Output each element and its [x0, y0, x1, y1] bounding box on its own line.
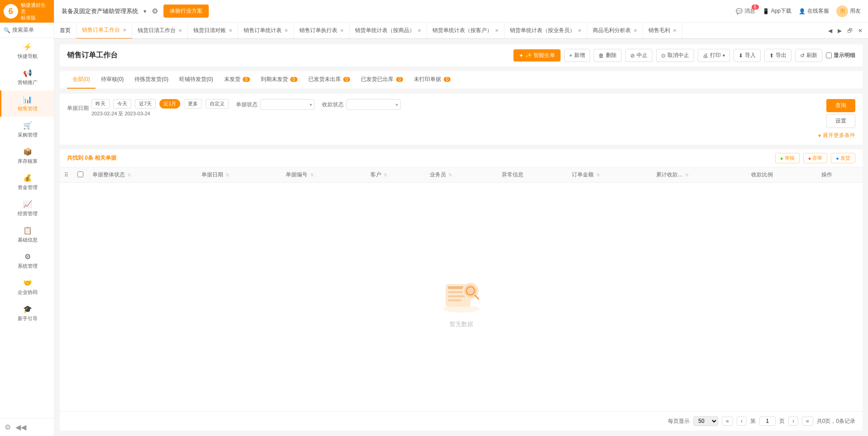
col-status[interactable]: 单据整体状态 ⇅ [88, 167, 197, 183]
online-service-item[interactable]: 👤 在线客服 [799, 7, 829, 15]
prev-page-btn[interactable]: ‹ [737, 417, 747, 426]
date-btn-custom[interactable]: 自定义 [206, 99, 229, 109]
collapse-icon[interactable]: ◀◀ [15, 423, 26, 431]
tab-product-margin[interactable]: 商品毛利分析表 ✕ [587, 23, 643, 39]
col-date[interactable]: 单据日期 ⇅ [197, 167, 281, 183]
table-scroll-area[interactable]: ⠿ 单据整体状态 ⇅ 单据日期 ⇅ [60, 167, 863, 183]
date-btn-yesterday[interactable]: 昨天 [91, 99, 110, 109]
print-btn[interactable]: 🖨 打印 ▾ [698, 49, 730, 62]
tab-restore-icon[interactable]: 🗗 [845, 28, 854, 34]
tab-close-icon[interactable]: ✕ [673, 28, 676, 33]
col-amount[interactable]: 订单金额 ⇅ [567, 167, 652, 183]
sidebar-item-sales[interactable]: 📊 销售管理 [0, 90, 54, 117]
subtab-pending-review[interactable]: 待审核(0) [96, 71, 129, 89]
import-btn[interactable]: ⬇ 导入 [734, 49, 761, 62]
page-input[interactable] [759, 417, 776, 426]
tab-nav-prev[interactable]: ◀ [826, 28, 834, 34]
tab-close-icon[interactable]: ✕ [178, 28, 182, 33]
tab-cash-clearing[interactable]: 钱货日清工作台 ✕ [132, 23, 188, 39]
tab-close-icon[interactable]: ✕ [495, 28, 499, 33]
tab-sales-stats-staff[interactable]: 销货单统计表（按业务员） ✕ [504, 23, 587, 39]
date-btn-more[interactable]: 更多 [184, 99, 202, 109]
tab-sales-order-workbench[interactable]: 销售订单工作台 ✕ [77, 23, 132, 39]
tab-close-icon[interactable]: ✕ [123, 28, 126, 33]
app-download-item[interactable]: 📱 App下载 [762, 7, 791, 15]
first-page-btn[interactable]: « [722, 417, 733, 426]
subtab-not-printed[interactable]: 未打印单据 0 [408, 71, 456, 89]
settings-icon[interactable]: ⚙ [152, 7, 158, 15]
sidebar-item-finance[interactable]: 💰 资金管理 [0, 169, 54, 195]
refresh-btn[interactable]: ↺ 刷新 [795, 49, 822, 62]
tab-sales-order-execution[interactable]: 销售订单执行表 ✕ [294, 23, 350, 39]
sidebar-item-enterprise[interactable]: 🤝 企业协同 [0, 274, 54, 300]
sidebar-item-system[interactable]: ⚙ 系统管理 [0, 248, 54, 274]
cancel-suspend-btn[interactable]: ⊙ 取消中止 [656, 49, 694, 62]
sidebar-item-operations[interactable]: 📈 经营管理 [0, 195, 54, 222]
subtab-shipped-out[interactable]: 已发货已出库 0 [355, 71, 408, 89]
suspend-label: 中止 [637, 52, 647, 59]
select-all-checkbox[interactable] [77, 171, 83, 177]
subtab-not-shipped[interactable]: 未发货 0 [219, 71, 255, 89]
date-btn-last7[interactable]: 近7天 [135, 99, 156, 109]
cancel-suspend-label: 取消中止 [667, 52, 689, 59]
settings-bottom-icon[interactable]: ⚙ [5, 423, 11, 431]
subtab-overdue-not-shipped[interactable]: 到期未发货 0 [255, 71, 303, 89]
export-btn[interactable]: ⬆ 导出 [764, 49, 791, 62]
filter-expand-btn[interactable]: ▾ 展开更多条件 [818, 132, 855, 139]
tab-close-icon[interactable]: ✕ [633, 28, 637, 33]
tab-home[interactable]: 首页 [54, 23, 77, 39]
tab-cash-reconcile[interactable]: 钱货日清对账 ✕ [188, 23, 238, 39]
tab-sales-stats-product[interactable]: 销货单统计表（按商品） ✕ [350, 23, 427, 39]
tab-sales-stats-customer[interactable]: 销货单统计表（按客户） ✕ [427, 23, 504, 39]
status-select[interactable] [260, 99, 315, 110]
tab-close-icon[interactable]: ✕ [578, 28, 581, 33]
subtab-wangpu-ship[interactable]: 旺铺待发货(0) [174, 71, 219, 89]
tab-close-all-icon[interactable]: ✕ [856, 28, 864, 34]
solution-btn[interactable]: 体验行业方案 [163, 5, 209, 18]
date-btn-last1month[interactable]: 近1月 [159, 99, 180, 109]
query-btn[interactable]: 查询 [826, 99, 855, 112]
col-number[interactable]: 单据编号 ⇅ [281, 167, 365, 183]
set-btn[interactable]: 设置 [826, 114, 855, 128]
sidebar-search[interactable]: 🔍 搜索菜单 [0, 23, 54, 38]
last-page-btn[interactable]: » [802, 417, 813, 426]
col-customer[interactable]: 客户 ⇅ [366, 167, 425, 183]
sidebar-item-guide[interactable]: 🎓 新手引导 [0, 300, 54, 327]
sidebar-logo: 6 畅捷通好生意 标准版 [0, 0, 54, 23]
sidebar-item-basic-info[interactable]: 📋 基础信息 [0, 222, 54, 248]
show-detail-checkbox[interactable] [826, 52, 832, 58]
payment-select[interactable] [346, 99, 401, 110]
col-staff[interactable]: 业务员 ⇅ [425, 167, 497, 183]
per-page-select[interactable]: 50 10 20 100 [693, 416, 718, 426]
review-btn[interactable]: ● 审核 [775, 153, 800, 163]
message-item[interactable]: 💬 消息 6 [736, 7, 755, 15]
tab-label: 销售订单工作台 [82, 26, 120, 34]
system-title-dropdown[interactable]: ▾ [144, 8, 146, 14]
col-collected[interactable]: 累计收款... ⇅ [652, 167, 746, 183]
sidebar-item-quick-nav[interactable]: ⚡ 快捷导航 [0, 38, 54, 64]
tab-sales-more[interactable]: 销售毛利 ✕ [643, 23, 682, 39]
subtab-all[interactable]: 全部(0) [67, 71, 96, 89]
show-detail-label[interactable]: 显示明细 [826, 52, 855, 59]
delete-btn[interactable]: 🗑 删除 [594, 49, 622, 62]
next-page-btn[interactable]: › [788, 417, 798, 426]
smart-btn[interactable]: ✦ ✨ 智能生单 [513, 49, 561, 62]
add-btn[interactable]: + 新增 [564, 49, 590, 62]
tab-close-icon[interactable]: ✕ [417, 28, 421, 33]
sidebar-item-marketing[interactable]: 📢 营销推广 [0, 64, 54, 90]
sidebar-item-inventory[interactable]: 📦 库存核算 [0, 143, 54, 169]
tab-sales-order-stats[interactable]: 销售订单统计表 ✕ [238, 23, 294, 39]
tab-close-icon[interactable]: ✕ [340, 28, 344, 33]
tab-close-icon[interactable]: ✕ [284, 28, 288, 33]
subtab-pending-pick[interactable]: 待拣货发货(0) [129, 71, 174, 89]
ship-btn[interactable]: ● 发货 [831, 153, 855, 163]
tab-nav-next[interactable]: ▶ [836, 28, 844, 34]
subtab-shipped-not-out[interactable]: 已发货未出库 0 [303, 71, 356, 89]
sidebar-item-label: 快捷导航 [18, 53, 38, 60]
sidebar-item-purchase[interactable]: 🛒 采购管理 [0, 117, 54, 143]
date-btn-today[interactable]: 今天 [113, 99, 131, 109]
tab-close-icon[interactable]: ✕ [229, 28, 232, 33]
user-item[interactable]: 用 用友 [836, 5, 861, 17]
suspend-btn[interactable]: ⊘ 中止 [625, 49, 652, 62]
cancel-review-btn[interactable]: ● 弃审 [803, 153, 828, 163]
